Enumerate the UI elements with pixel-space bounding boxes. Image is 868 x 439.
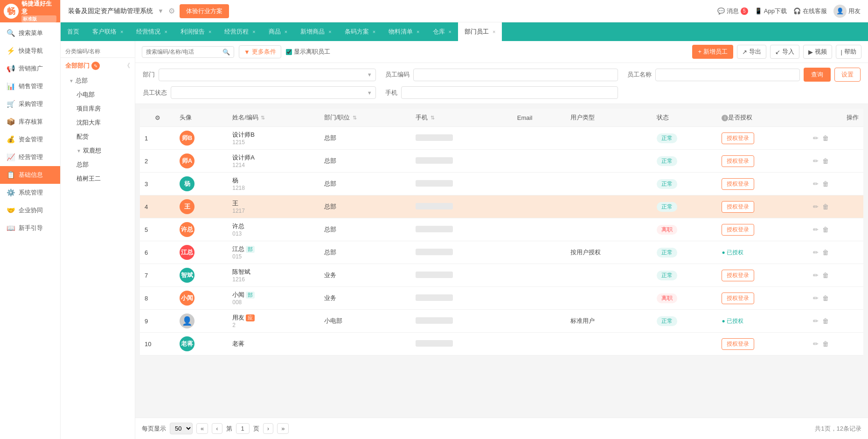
emp-name-input[interactable]: [655, 69, 800, 81]
delete-icon[interactable]: 🗑: [822, 157, 829, 165]
nav-tab-首页[interactable]: 首页: [61, 22, 86, 41]
delete-icon[interactable]: 🗑: [822, 340, 829, 348]
dept-sort-icon[interactable]: ⇅: [353, 115, 357, 120]
th-phone[interactable]: 手机 ⇅: [411, 109, 513, 127]
sidebar-item-新手引导[interactable]: 📖新手引导: [0, 219, 60, 237]
delete-icon[interactable]: 🗑: [822, 134, 829, 142]
tab-close-icon[interactable]: ×: [208, 29, 211, 35]
phone-input[interactable]: [401, 86, 618, 99]
emp-status-select[interactable]: [171, 86, 376, 99]
app-download-btn[interactable]: 📱 App下载: [755, 7, 787, 15]
delete-icon[interactable]: 🗑: [822, 226, 829, 233]
emp-code-input[interactable]: [413, 69, 618, 81]
settings-icon[interactable]: ⚙: [168, 7, 175, 15]
th-settings[interactable]: ⚙: [140, 109, 175, 127]
nav-tab-客户联络[interactable]: 客户联络×: [86, 22, 130, 41]
nav-tab-利润报告[interactable]: 利润报告×: [174, 22, 218, 41]
last-page-btn[interactable]: »: [277, 423, 289, 434]
prev-page-btn[interactable]: ‹: [212, 423, 222, 434]
auth-login-btn[interactable]: 授权登录: [722, 224, 754, 236]
th-name[interactable]: 姓名/编码 ⇅: [228, 109, 319, 127]
auth-login-btn[interactable]: 授权登录: [722, 132, 754, 144]
sidebar-item-资金管理[interactable]: 💰资金管理: [0, 131, 60, 148]
auth-login-btn[interactable]: 授权登录: [722, 270, 754, 281]
show-resigned-checkbox[interactable]: 显示离职员工: [286, 48, 330, 56]
all-dept-header[interactable]: 全部部门 ✎ 《: [61, 58, 135, 74]
nav-tab-部门员工[interactable]: 部门员工×: [458, 22, 502, 41]
sidebar-item-库存核算[interactable]: 📦库存核算: [0, 113, 60, 131]
phone-sort-icon[interactable]: ⇅: [431, 115, 435, 120]
tab-close-icon[interactable]: ×: [328, 29, 331, 35]
tab-close-icon[interactable]: ×: [417, 29, 419, 35]
message-btn[interactable]: 💬 消息 5: [717, 7, 748, 15]
edit-icon[interactable]: ✏: [813, 134, 819, 142]
view-btn[interactable]: ▶ 视频: [803, 45, 832, 59]
first-page-btn[interactable]: «: [196, 423, 208, 434]
edit-icon[interactable]: ✏: [813, 272, 819, 279]
auth-login-btn[interactable]: 授权登录: [722, 178, 754, 190]
dept-item-小电部[interactable]: 小电部: [64, 88, 135, 102]
collapse-icon[interactable]: 《: [124, 62, 130, 70]
edit-icon[interactable]: ✏: [813, 340, 819, 348]
help-btn[interactable]: | 帮助: [836, 45, 861, 59]
more-conditions-btn[interactable]: ▼ 更多条件: [239, 45, 281, 58]
auth-info-icon[interactable]: i: [722, 115, 728, 121]
tree-search-input[interactable]: [65, 48, 135, 55]
tab-close-icon[interactable]: ×: [252, 29, 255, 35]
sidebar-item-快捷导航[interactable]: ⚡快捷导航: [0, 42, 60, 60]
sidebar-item-搜索菜单[interactable]: 🔍搜索菜单: [0, 24, 60, 42]
nav-tab-仓库[interactable]: 仓库×: [426, 22, 458, 41]
dept-item-项目库房[interactable]: 项目库房: [64, 102, 135, 116]
dept-item-沈阳大库[interactable]: 沈阳大库: [64, 116, 135, 130]
delete-icon[interactable]: 🗑: [822, 249, 829, 256]
delete-icon[interactable]: 🗑: [822, 203, 829, 210]
sidebar-item-采购管理[interactable]: 🛒采购管理: [0, 95, 60, 113]
name-sort-icon[interactable]: ⇅: [261, 115, 265, 120]
dept-item-配货[interactable]: 配货: [64, 130, 135, 144]
sidebar-item-销售管理[interactable]: 📊销售管理: [0, 77, 60, 95]
import-btn[interactable]: ↙ 导入: [770, 45, 799, 59]
auth-login-btn[interactable]: 授权登录: [722, 155, 754, 167]
sidebar-item-营销推广[interactable]: 📢营销推广: [0, 60, 60, 77]
edit-icon[interactable]: ✏: [813, 317, 819, 325]
edit-icon[interactable]: ✏: [813, 203, 819, 210]
nav-tab-经营历程[interactable]: 经营历程×: [218, 22, 262, 41]
add-employee-btn[interactable]: + 新增员工: [692, 45, 733, 59]
nav-tab-物料清单[interactable]: 物料清单×: [382, 22, 426, 41]
auth-login-btn[interactable]: 授权登录: [722, 293, 754, 304]
trial-btn[interactable]: 体验行业方案: [180, 4, 229, 18]
tab-close-icon[interactable]: ×: [285, 29, 287, 35]
delete-icon[interactable]: 🗑: [822, 317, 829, 325]
sidebar-item-基础信息[interactable]: 📋基础信息: [0, 166, 60, 184]
nav-tab-经营情况[interactable]: 经营情况×: [130, 22, 174, 41]
delete-icon[interactable]: 🗑: [822, 180, 829, 188]
tab-close-icon[interactable]: ×: [373, 29, 375, 35]
edit-icon[interactable]: ✏: [813, 249, 819, 256]
auth-login-btn[interactable]: 授权登录: [722, 338, 754, 350]
search-btn[interactable]: 查询: [804, 68, 831, 82]
edit-icon[interactable]: ✏: [813, 294, 819, 302]
employee-search-input[interactable]: [146, 49, 221, 55]
edit-icon[interactable]: ✏: [813, 157, 819, 165]
resigned-checkbox-input[interactable]: [286, 49, 292, 55]
sidebar-item-企业协同[interactable]: 🤝企业协同: [0, 202, 60, 219]
nav-tab-条码方案[interactable]: 条码方案×: [338, 22, 382, 41]
dept-item-双鹿想[interactable]: ▼双鹿想: [64, 144, 135, 158]
per-page-select[interactable]: 50: [170, 423, 193, 434]
edit-icon[interactable]: ✏: [813, 180, 819, 188]
user-area[interactable]: 👤 用友: [833, 5, 861, 18]
nav-tab-新增商品[interactable]: 新增商品×: [294, 22, 338, 41]
nav-tab-商品[interactable]: 商品×: [262, 22, 294, 41]
th-dept[interactable]: 部门/职位 ⇅: [319, 109, 411, 127]
dept-select[interactable]: [159, 69, 376, 81]
tab-close-icon[interactable]: ×: [120, 29, 123, 35]
tab-close-icon[interactable]: ×: [493, 29, 495, 35]
dept-item-总部[interactable]: ▼总部: [64, 74, 135, 88]
next-page-btn[interactable]: ›: [263, 423, 273, 434]
settings-btn[interactable]: 设置: [834, 68, 861, 82]
auth-login-btn[interactable]: 授权登录: [722, 201, 754, 213]
online-service-btn[interactable]: 🎧 在线客服: [793, 7, 827, 15]
edit-icon[interactable]: ✏: [813, 226, 819, 233]
delete-icon[interactable]: 🗑: [822, 272, 829, 279]
dept-item-总部[interactable]: 总部: [64, 158, 135, 172]
